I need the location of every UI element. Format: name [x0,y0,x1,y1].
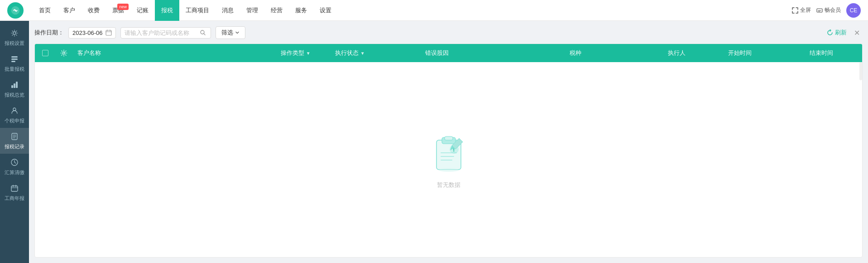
svg-rect-7 [11,85,13,88]
th-error-reason: 错误股因 [377,49,497,57]
calendar-icon [106,29,112,36]
member-label: 畅会员 [825,6,841,14]
search-input-wrap [120,27,211,39]
th-start-time: 开始时间 [699,49,781,57]
svg-point-16 [63,52,65,54]
sidebar-item-settlement[interactable]: 汇算清缴 [0,154,29,180]
batch-icon [10,54,19,64]
sidebar-item-annual-report[interactable]: 工商年报 [0,180,29,205]
date-value: 2023-06-06 [72,29,103,36]
sidebar-label-batch-tax: 批量报税 [5,66,24,73]
nav-item-bookkeeping[interactable]: 记账 [130,0,155,21]
svg-rect-14 [106,30,111,35]
search-input[interactable] [125,29,197,36]
nav-item-finance[interactable]: 经营 [264,0,289,21]
overview-icon [10,80,19,90]
toolbar: 操作日期： 2023-06-06 筛选 [34,26,863,39]
svg-point-10 [13,108,16,111]
th-tax-type: 税种 [497,49,654,57]
member-icon [816,7,823,14]
sidebar-item-batch-tax[interactable]: 批量报税 [0,50,29,76]
date-picker[interactable]: 2023-06-06 [68,27,116,39]
table-header: 客户名称 操作类型 ▼ 执行状态 ▼ 错误股因 税种 执行人 [35,44,862,62]
search-icon [200,29,206,36]
close-button[interactable]: ✕ [851,28,863,38]
sort-exec-status-icon: ▼ [360,51,365,56]
th-client-name: 客户名称 [72,49,269,57]
svg-point-1 [14,10,16,11]
nav-item-service[interactable]: 服务 [289,0,313,21]
sidebar-item-tax-records[interactable]: 报税记录 [0,128,29,154]
table-body: ! 暂无数据 [35,62,862,257]
date-label: 操作日期： [34,29,64,37]
nav-item-client[interactable]: 客户 [57,0,82,21]
refresh-button[interactable]: 刷新 [827,29,847,37]
settings-icon [10,28,19,38]
filter-label: 筛选 [221,29,233,37]
sidebar-label-annual-report: 工商年报 [5,195,24,202]
fullscreen-icon [792,7,798,14]
svg-point-25 [439,168,459,172]
column-settings-icon [60,49,67,57]
sidebar: 报税设置批量报税报税总览个税申报报税记录汇算清缴工商年报 [0,21,29,263]
svg-rect-19 [445,136,453,140]
chevron-down-icon [235,30,240,35]
content-area: 操作日期： 2023-06-06 筛选 [29,21,868,263]
sidebar-item-tax-settings[interactable]: 报税设置 [0,24,29,50]
top-nav: 首页客户收费票据new记账报税工商项目消息管理经营服务设置 全屏 畅会员 CE [0,0,868,21]
empty-illustration: ! [428,130,469,175]
th-op-type[interactable]: 操作类型 ▼ [269,49,323,57]
nav-item-home[interactable]: 首页 [33,0,57,21]
nav-items: 首页客户收费票据new记账报税工商项目消息管理经营服务设置 [33,0,792,21]
nav-item-business[interactable]: 工商项目 [179,0,216,21]
nav-item-manage[interactable]: 管理 [240,0,264,21]
empty-text: 暂无数据 [437,181,460,189]
header-checkbox-cell[interactable] [35,50,56,56]
sidebar-item-tax-overview[interactable]: 报税总览 [0,76,29,102]
svg-rect-9 [16,82,18,88]
nav-item-settings[interactable]: 设置 [313,0,338,21]
fullscreen-label: 全屏 [800,6,811,14]
fullscreen-button[interactable]: 全屏 [792,6,811,14]
user-initials: CE [850,7,858,14]
nav-item-tax[interactable]: 报税 [155,0,179,21]
sort-op-type-icon: ▼ [306,51,311,56]
sidebar-label-settlement: 汇算清缴 [5,169,24,176]
settlement-icon [10,157,19,167]
nav-badge-invoice: new [117,4,129,10]
sidebar-label-personal-tax: 个税申报 [5,117,24,124]
data-table: 客户名称 操作类型 ▼ 执行状态 ▼ 错误股因 税种 执行人 [34,44,863,258]
records-icon [10,132,19,141]
app-logo[interactable] [7,2,24,19]
user-avatar[interactable]: CE [846,3,861,18]
svg-rect-8 [14,83,15,88]
nav-item-billing[interactable]: 收费 [82,0,106,21]
personal-icon [10,106,19,116]
svg-rect-13 [11,186,18,191]
sidebar-label-tax-settings: 报税设置 [5,40,24,47]
filter-button[interactable]: 筛选 [216,26,245,39]
main-layout: 报税设置批量报税报税总览个税申报报税记录汇算清缴工商年报 操作日期： 2023-… [0,21,868,263]
svg-rect-4 [11,56,18,58]
scrollbar-thumb[interactable] [859,62,862,80]
th-executor: 执行人 [654,49,699,57]
annual-icon [10,183,19,193]
header-checkbox[interactable] [42,50,48,56]
nav-item-invoice[interactable]: 票据new [106,0,130,21]
th-exec-status[interactable]: 执行状态 ▼ [323,49,377,57]
sidebar-label-tax-overview: 报税总览 [5,92,24,98]
th-end-time: 结束时间 [781,49,862,57]
svg-rect-6 [11,61,15,62]
refresh-label: 刷新 [835,29,847,37]
svg-point-3 [13,32,16,34]
top-nav-right: 全屏 畅会员 CE [792,3,861,18]
svg-rect-5 [11,58,18,60]
refresh-icon [827,29,833,36]
sidebar-label-tax-records: 报税记录 [5,143,24,150]
sidebar-item-personal-tax[interactable]: 个税申报 [0,102,29,128]
nav-item-message[interactable]: 消息 [216,0,240,21]
member-button[interactable]: 畅会员 [816,6,841,14]
header-settings-cell[interactable] [56,49,72,57]
